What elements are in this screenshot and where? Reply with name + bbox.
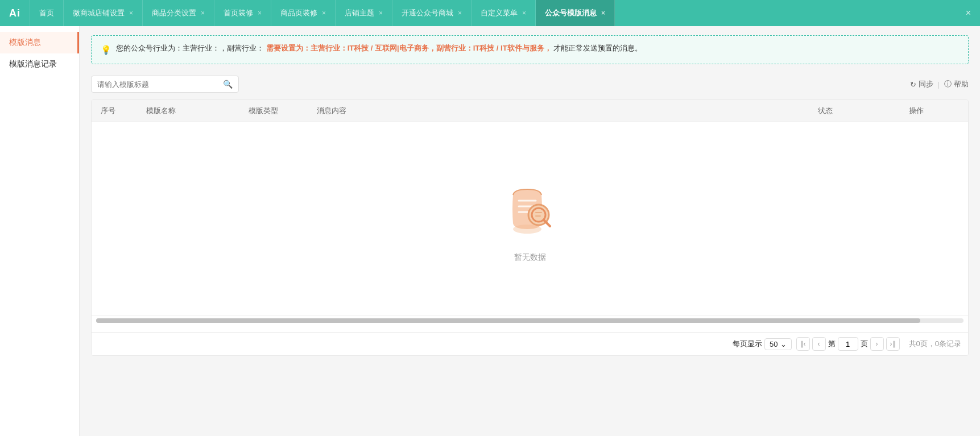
nav-tab-template-msg[interactable]: 公众号模版消息 ×: [536, 0, 615, 26]
page-size-value: 50: [770, 340, 778, 348]
top-nav: Ai 首页 微商城店铺设置 × 商品分类设置 × 首页装修 × 商品页装修 × …: [0, 0, 980, 26]
main-layout: 模版消息 模版消息记录 💡 您的公众号行业为：主营行业：，副营行业： 需要设置为…: [0, 26, 980, 436]
table-body: 暂无数据: [92, 122, 968, 315]
nav-tab-home-label: 首页: [39, 8, 54, 18]
page-size-select: 每页显示 50 ⌄: [733, 338, 791, 350]
search-icon[interactable]: 🔍: [223, 80, 233, 89]
sidebar: 模版消息 模版消息记录: [0, 26, 80, 436]
close-template-msg-icon[interactable]: ×: [601, 9, 605, 17]
sidebar-item-template-msg[interactable]: 模版消息: [0, 32, 79, 53]
last-page-button[interactable]: ›∥: [886, 337, 900, 351]
toolbar-divider: |: [938, 80, 940, 89]
bulb-icon: 💡: [101, 43, 111, 57]
nav-tab-wechat-mall-label: 开通公众号商城: [402, 8, 453, 18]
page-input: 第 页: [828, 337, 868, 351]
data-table: 序号 模版名称 模版类型 消息内容 状态 操作: [91, 99, 969, 356]
sidebar-item-template-msg-record-label: 模版消息记录: [9, 59, 57, 68]
col-index: 序号: [92, 106, 137, 116]
empty-illustration: [496, 175, 564, 243]
close-wechat-mall-icon[interactable]: ×: [458, 9, 462, 17]
empty-text: 暂无数据: [514, 252, 546, 263]
close-homepage-icon[interactable]: ×: [258, 9, 262, 17]
sync-label: 同步: [919, 79, 933, 89]
nav-tab-theme-label: 店铺主题: [345, 8, 374, 18]
sidebar-item-template-msg-label: 模版消息: [9, 38, 41, 47]
table-header: 序号 模版名称 模版类型 消息内容 状态 操作: [92, 100, 968, 122]
close-theme-icon[interactable]: ×: [379, 9, 383, 17]
nav-tab-homepage[interactable]: 首页装修 ×: [214, 0, 271, 26]
info-highlight: 需要设置为：主营行业：IT科技 / 互联网|电子商务，副营行业：IT科技 / I…: [266, 44, 552, 52]
search-input-wrap: 🔍: [91, 76, 239, 93]
logo-text: Ai: [9, 7, 20, 19]
pagination: 每页显示 50 ⌄ ∥‹ ‹ 第 页 › ›∥: [92, 332, 968, 355]
nav-tab-custom-menu[interactable]: 自定义菜单 ×: [472, 0, 536, 26]
col-content: 消息内容: [308, 106, 809, 116]
search-bar: 🔍 ↻ 同步 | ⓘ 帮助: [91, 76, 969, 93]
nav-tab-theme[interactable]: 店铺主题 ×: [336, 0, 392, 26]
total-info: 共0页，0条记录: [909, 339, 961, 349]
info-banner-text: 您的公众号行业为：主营行业：，副营行业： 需要设置为：主营行业：IT科技 / 互…: [116, 43, 642, 55]
nav-tab-custom-menu-label: 自定义菜单: [481, 8, 518, 18]
page-size-dropdown[interactable]: 50 ⌄: [764, 338, 791, 350]
nav-tab-store-settings[interactable]: 微商城店铺设置 ×: [64, 0, 143, 26]
col-action: 操作: [900, 106, 968, 116]
prev-page-button[interactable]: ‹: [812, 337, 826, 351]
page-label-prefix: 第: [828, 339, 836, 349]
help-label: 帮助: [954, 79, 969, 89]
info-suffix: 才能正常发送预置的消息。: [553, 44, 642, 52]
global-close-button[interactable]: ×: [957, 8, 980, 18]
sync-button[interactable]: ↻ 同步: [910, 79, 933, 89]
page-size-label: 每页显示: [733, 339, 762, 349]
nav-tab-home[interactable]: 首页: [30, 0, 64, 26]
nav-tab-template-msg-label: 公众号模版消息: [545, 8, 597, 18]
pagination-nav: ∥‹ ‹ 第 页 › ›∥: [796, 337, 900, 351]
close-product-page-icon[interactable]: ×: [322, 9, 326, 17]
nav-tab-store-settings-label: 微商城店铺设置: [73, 8, 125, 18]
close-store-settings-icon[interactable]: ×: [129, 9, 133, 17]
search-input[interactable]: [97, 80, 221, 89]
nav-tab-category[interactable]: 商品分类设置 ×: [143, 0, 214, 26]
nav-tab-homepage-label: 首页装修: [224, 8, 253, 18]
page-number-input[interactable]: [838, 337, 858, 351]
sync-icon: ↻: [910, 80, 916, 89]
nav-tab-product-page[interactable]: 商品页装修 ×: [271, 0, 336, 26]
close-category-icon[interactable]: ×: [201, 9, 205, 17]
toolbar-right: ↻ 同步 | ⓘ 帮助: [910, 79, 969, 89]
logo-tab: Ai: [0, 0, 30, 26]
horizontal-scrollbar[interactable]: [96, 318, 964, 323]
page-label-suffix: 页: [861, 339, 868, 349]
help-icon: ⓘ: [944, 79, 952, 89]
scrollbar-thumb[interactable]: [96, 318, 920, 323]
global-close-icon: ×: [966, 8, 971, 18]
content-area: 💡 您的公众号行业为：主营行业：，副营行业： 需要设置为：主营行业：IT科技 /…: [80, 26, 980, 436]
nav-tab-product-page-label: 商品页装修: [280, 8, 317, 18]
nav-tab-category-label: 商品分类设置: [152, 8, 196, 18]
sidebar-item-template-msg-record[interactable]: 模版消息记录: [0, 53, 79, 75]
chevron-down-icon: ⌄: [780, 340, 787, 348]
col-status: 状态: [809, 106, 900, 116]
help-button[interactable]: ⓘ 帮助: [944, 79, 969, 89]
next-page-button[interactable]: ›: [870, 337, 884, 351]
first-page-button[interactable]: ∥‹: [796, 337, 810, 351]
col-name: 模版名称: [137, 106, 239, 116]
close-custom-menu-icon[interactable]: ×: [522, 9, 526, 17]
info-banner: 💡 您的公众号行业为：主营行业：，副营行业： 需要设置为：主营行业：IT科技 /…: [91, 35, 969, 64]
empty-state: 暂无数据: [496, 152, 564, 285]
nav-tab-wechat-mall[interactable]: 开通公众号商城 ×: [392, 0, 472, 26]
info-prefix: 您的公众号行业为：主营行业：，副营行业：: [116, 44, 264, 52]
col-type: 模版类型: [239, 106, 308, 116]
